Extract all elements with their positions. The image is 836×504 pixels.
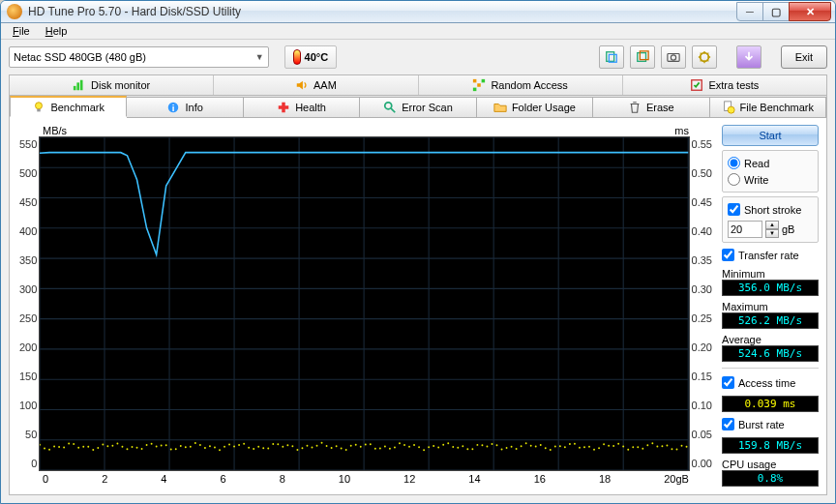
- svg-point-94: [268, 447, 270, 449]
- file-bench-icon: [722, 101, 735, 114]
- svg-point-53: [69, 443, 71, 445]
- screenshot-button[interactable]: [661, 45, 686, 69]
- app-window: HD Tune Pro 5.70 - Hard Disk/SSD Utility…: [0, 0, 836, 504]
- maximize-button[interactable]: ▢: [762, 2, 790, 21]
- svg-point-93: [263, 447, 265, 449]
- spin-down[interactable]: ▼: [765, 229, 779, 238]
- burst-rate-value: 159.8 MB/s: [722, 437, 819, 454]
- svg-rect-7: [74, 86, 76, 90]
- drive-select[interactable]: Netac SSD 480GB (480 gB) ▼: [9, 46, 269, 68]
- tab-erase[interactable]: Erase: [593, 97, 709, 118]
- svg-point-113: [360, 446, 362, 448]
- svg-point-139: [487, 446, 489, 448]
- svg-point-155: [564, 446, 566, 448]
- access-time-check[interactable]: Access time: [722, 374, 819, 391]
- tab-random-access[interactable]: Random Access: [419, 75, 623, 95]
- svg-point-151: [545, 447, 547, 449]
- svg-point-83: [214, 447, 216, 449]
- svg-point-73: [165, 444, 167, 446]
- tab-extra-tests[interactable]: Extra tests: [623, 75, 826, 95]
- svg-point-144: [511, 446, 513, 448]
- svg-point-95: [273, 443, 275, 445]
- svg-point-62: [112, 445, 114, 447]
- svg-point-159: [583, 446, 585, 448]
- tab-folder-usage[interactable]: Folder Usage: [477, 97, 593, 118]
- svg-point-54: [74, 443, 75, 445]
- burst-rate-check[interactable]: Burst rate: [722, 416, 819, 432]
- svg-rect-16: [38, 108, 42, 111]
- start-button[interactable]: Start: [722, 125, 819, 146]
- svg-point-87: [233, 446, 235, 448]
- svg-point-145: [516, 448, 518, 450]
- speaker-icon: [295, 78, 309, 92]
- svg-point-77: [185, 446, 187, 448]
- svg-point-132: [453, 446, 455, 448]
- dropdown-icon: ▼: [255, 52, 264, 62]
- spin-up[interactable]: ▲: [765, 221, 779, 229]
- minimize-button[interactable]: ─: [736, 2, 763, 21]
- svg-point-118: [384, 446, 386, 448]
- copy-screenshot-button[interactable]: [630, 45, 655, 69]
- svg-point-121: [399, 442, 401, 444]
- tab-benchmark[interactable]: Benchmark: [10, 96, 127, 117]
- settings-button[interactable]: [692, 45, 717, 69]
- close-button[interactable]: ✕: [789, 2, 831, 21]
- svg-point-63: [117, 442, 119, 444]
- tab-disk-monitor[interactable]: Disk monitor: [10, 75, 214, 95]
- short-stroke-input[interactable]: [728, 221, 762, 238]
- menu-file[interactable]: File: [5, 23, 38, 39]
- bulb-icon: [32, 101, 45, 114]
- svg-point-67: [136, 447, 138, 449]
- svg-point-92: [258, 446, 260, 448]
- tab-info[interactable]: i Info: [127, 97, 243, 118]
- svg-point-178: [676, 448, 678, 450]
- chart-plot: [39, 136, 689, 471]
- tab-health[interactable]: Health: [244, 97, 360, 118]
- svg-point-85: [224, 446, 225, 448]
- svg-text:i: i: [172, 103, 175, 113]
- svg-point-169: [633, 446, 635, 448]
- svg-point-177: [672, 448, 673, 450]
- write-radio[interactable]: Write: [728, 171, 813, 188]
- magnify-icon: [383, 101, 397, 114]
- svg-point-60: [103, 444, 104, 446]
- menu-help[interactable]: Help: [38, 23, 75, 39]
- svg-point-50: [53, 445, 55, 447]
- thermometer-icon: [293, 49, 301, 65]
- y-left-unit: MB/s: [43, 125, 67, 136]
- svg-rect-11: [478, 83, 482, 87]
- svg-point-88: [239, 444, 241, 446]
- svg-point-134: [463, 445, 464, 447]
- menubar: File Help: [1, 23, 835, 40]
- exit-button[interactable]: Exit: [781, 45, 827, 69]
- y-axis-right: 0.550.500.450.400.350.300.250.200.150.10…: [690, 136, 714, 471]
- svg-point-137: [477, 444, 479, 446]
- short-stroke-check[interactable]: Short stroke: [728, 201, 813, 218]
- main-panel: MB/s ms 55050045040035030025020015010050…: [9, 117, 827, 495]
- read-radio[interactable]: Read: [728, 155, 813, 171]
- svg-point-148: [530, 445, 532, 447]
- access-time-value: 0.039 ms: [722, 396, 819, 412]
- tab-error-scan[interactable]: Error Scan: [360, 97, 476, 118]
- drive-select-value: Netac SSD 480GB (480 gB): [14, 51, 146, 63]
- svg-point-96: [278, 443, 280, 445]
- svg-point-147: [525, 442, 527, 444]
- svg-point-110: [345, 449, 347, 451]
- svg-point-81: [204, 447, 206, 449]
- svg-point-66: [132, 446, 134, 448]
- tab-aam[interactable]: AAM: [214, 75, 418, 95]
- svg-rect-0: [606, 52, 613, 62]
- svg-point-5: [671, 55, 675, 60]
- svg-point-105: [321, 442, 323, 444]
- svg-point-97: [283, 446, 284, 448]
- save-button[interactable]: [736, 45, 761, 69]
- svg-point-143: [506, 447, 508, 449]
- svg-point-86: [228, 444, 230, 446]
- svg-point-58: [93, 449, 95, 451]
- tab-file-benchmark[interactable]: File Benchmark: [710, 97, 826, 118]
- svg-point-51: [59, 446, 61, 448]
- copy-info-button[interactable]: [599, 45, 624, 69]
- app-icon: [7, 4, 22, 19]
- transfer-rate-check[interactable]: Transfer rate: [722, 247, 819, 263]
- side-panel: Start Read Write Short stroke ▲▼ gB Tran…: [722, 125, 819, 487]
